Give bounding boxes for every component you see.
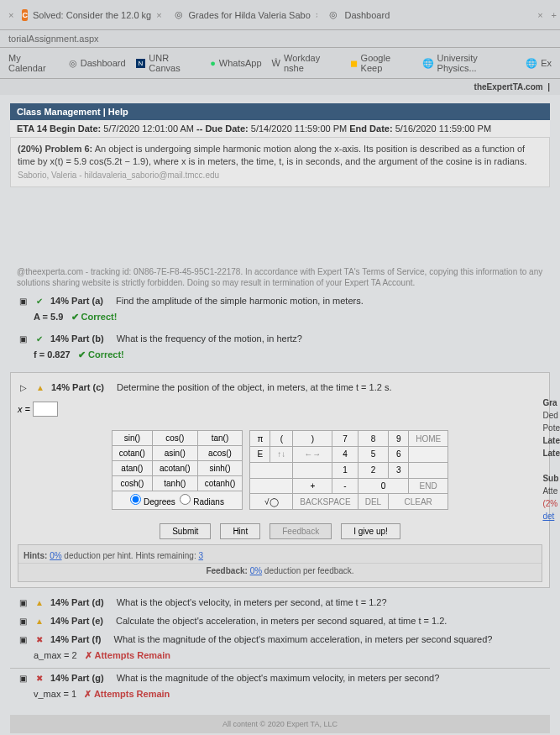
main-content: Class Management | Help ETA 14 Begin Dat… (0, 95, 560, 735)
function-buttons: sin() cos() tan() cotan() asin() acos() … (112, 430, 243, 510)
calc-updown[interactable]: ↑↓ (270, 446, 293, 462)
calc-backspace[interactable]: BACKSPACE (293, 494, 358, 510)
bookmark-item[interactable]: ◎Dashboard (69, 58, 126, 69)
warning-icon: ▲ (34, 381, 46, 393)
calc-cosh[interactable]: cosh() (112, 476, 152, 491)
hint-button[interactable]: Hint (220, 523, 260, 539)
part-a-answer: A = 5.9 ✔ Correct! (10, 310, 550, 329)
part-c-section: ▷ ▲ 14% Part (c) Determine the position … (10, 372, 550, 588)
giveup-button[interactable]: I give up! (341, 523, 400, 539)
calc-end[interactable]: END (409, 478, 448, 494)
bookmark-item[interactable]: My Calendar (8, 53, 59, 73)
collapse-icon[interactable]: ▣ (17, 672, 29, 684)
part-f-answer: a_max = 2 ✗ Attempts Remain (10, 648, 550, 668)
browser-tab[interactable]: ◎ Grades for Hilda Valeria Sabo × (166, 4, 317, 26)
calc-tanh[interactable]: tanh() (152, 476, 197, 491)
calc-acos[interactable]: acos() (197, 446, 243, 461)
calc-cotanh[interactable]: cotanh() (197, 476, 243, 491)
calc-cotan[interactable]: cotan() (112, 446, 152, 461)
close-icon[interactable]: × (537, 10, 542, 20)
calc-4[interactable]: 4 (332, 446, 358, 462)
warning-icon: ▲ (34, 596, 45, 608)
bookmark-item[interactable]: ŴWorkday nshe (272, 53, 340, 73)
new-tab-icon[interactable]: + (552, 10, 557, 20)
canvas-icon: ◎ (327, 9, 339, 21)
collapse-icon[interactable]: ▣ (17, 596, 29, 608)
part-b-header[interactable]: ▣ ✔ 14% Part (b) What is the frequency o… (10, 329, 550, 348)
calc-6[interactable]: 6 (389, 446, 409, 462)
calc-0[interactable]: 0 (358, 478, 408, 494)
submit-button[interactable]: Submit (160, 523, 211, 539)
calc-1[interactable]: 1 (332, 462, 358, 478)
answer-input[interactable] (33, 402, 58, 417)
footer-copyright: All content © 2020 Expert TA, LLC (10, 715, 550, 733)
part-e-header[interactable]: ▣ ▲ 14% Part (e) Calculate the object's … (10, 612, 550, 630)
part-f-header[interactable]: ▣ ✖ 14% Part (f) What is the magnitude o… (10, 630, 550, 648)
calc-home[interactable]: HOME (409, 431, 448, 447)
calc-8[interactable]: 8 (358, 431, 388, 447)
calc-9[interactable]: 9 (389, 431, 409, 447)
close-icon[interactable]: × (156, 10, 161, 20)
calc-e[interactable]: E (250, 446, 270, 462)
browser-tab[interactable]: C Solved: Consider the 12.0 kg × (13, 4, 165, 26)
chegg-icon: C (22, 9, 28, 21)
collapse-icon[interactable]: ▣ (17, 615, 29, 627)
calc-minus[interactable]: - (332, 478, 358, 494)
calc-asin[interactable]: asin() (152, 446, 197, 461)
calc-rparen[interactable]: ) (293, 431, 332, 447)
bookmark-item[interactable]: NUNR Canvas (136, 53, 201, 73)
calc-atan[interactable]: atan() (112, 461, 152, 476)
globe-icon: 🌐 (526, 58, 537, 69)
problem-statement: (20%) Problem 6: An object is undergoing… (10, 137, 550, 187)
calc-acotan[interactable]: acotan() (152, 461, 197, 476)
calc-cos[interactable]: cos() (152, 431, 197, 446)
bookmark-item[interactable]: 🌐University Physics... (422, 53, 516, 73)
calc-del[interactable]: DEL (358, 494, 388, 510)
calc-5[interactable]: 5 (358, 446, 388, 462)
numpad: π ( ) 7 8 9 HOME E ↑↓ ←→ 4 5 6 (249, 430, 448, 510)
calc-plus[interactable]: + (293, 478, 332, 494)
grade-sidebar-cutoff: Gra Ded Pote Late Late Sub Atte (2% det (542, 396, 560, 522)
x-icon: ✖ (34, 672, 45, 684)
calc-sin[interactable]: sin() (112, 431, 152, 446)
calc-lparen[interactable]: ( (270, 431, 293, 447)
calc-sqrt[interactable]: √◯ (250, 494, 293, 510)
calc-7[interactable]: 7 (332, 431, 358, 447)
browser-tab[interactable]: ◎ Dashboard (319, 4, 398, 26)
workday-icon: Ŵ (272, 58, 280, 68)
check-icon: ✔ (34, 295, 45, 307)
canvas-icon: ◎ (175, 9, 183, 21)
check-icon: ✔ (34, 333, 45, 344)
calc-3[interactable]: 3 (389, 462, 409, 478)
assignment-dates: ETA 14 Begin Date: 5/7/2020 12:01:00 AM … (10, 120, 550, 137)
calc-pi[interactable]: π (250, 431, 270, 447)
part-d-header[interactable]: ▣ ▲ 14% Part (d) What is the object's ve… (10, 593, 550, 612)
part-b-answer: f = 0.827 ✔ Correct! (10, 348, 550, 367)
tab-label: Dashboard (344, 10, 390, 20)
url-bar[interactable]: torialAssignment.aspx (0, 30, 560, 48)
part-g-header[interactable]: ▣ ✖ 14% Part (g) What is the magnitude o… (10, 669, 550, 687)
collapse-icon[interactable]: ▣ (17, 333, 29, 344)
part-c-header[interactable]: ▷ ▲ 14% Part (c) Determine the position … (18, 378, 542, 396)
bookmark-item[interactable]: 🌐Ex (526, 58, 552, 69)
close-icon[interactable]: × (316, 10, 318, 20)
calc-2[interactable]: 2 (358, 462, 388, 478)
degrees-radio[interactable] (130, 494, 141, 505)
calc-leftright[interactable]: ←→ (293, 446, 332, 462)
calc-tan[interactable]: tan() (197, 431, 243, 446)
calc-clear[interactable]: CLEAR (389, 494, 448, 510)
part-a-header[interactable]: ▣ ✔ 14% Part (a) Find the amplitude of t… (10, 291, 550, 310)
bookmark-item[interactable]: ●WhatsApp (210, 58, 261, 68)
bookmark-item[interactable]: ◼Google Keep (350, 53, 412, 73)
calc-blank (293, 462, 332, 478)
site-brand[interactable]: theExpertTA.com | (0, 79, 560, 95)
collapse-icon[interactable]: ▣ (17, 295, 29, 307)
part-g-answer: v_max = 1 ✗ Attempts Remain (10, 687, 550, 706)
expand-icon[interactable]: ▷ (18, 381, 29, 393)
collapse-icon[interactable]: ▣ (17, 633, 29, 645)
feedback-button[interactable]: Feedback (270, 523, 332, 539)
calc-sinh[interactable]: sinh() (197, 461, 243, 476)
hints-feedback-box: Hints: 0% deduction per hint. Hints rema… (18, 544, 542, 582)
class-management-header[interactable]: Class Management | Help (10, 103, 550, 120)
radians-radio[interactable] (180, 494, 191, 505)
